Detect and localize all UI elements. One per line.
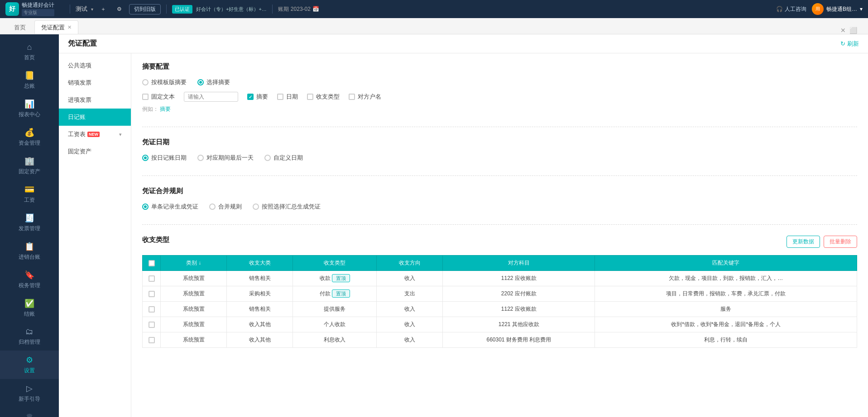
left-nav-journal[interactable]: 日记账 (59, 109, 131, 126)
sidebar-item-home[interactable]: ⌂ 首页 (0, 38, 59, 66)
radio-journal-date[interactable]: 按日记账日期 (142, 154, 187, 162)
checkbox-row-3[interactable] (149, 306, 155, 313)
reports-icon: 📊 (24, 99, 34, 109)
switch-version-button[interactable]: 切到旧版 (129, 4, 161, 14)
radio-summary-generate[interactable]: 按照选择汇总生成凭证 (253, 203, 321, 211)
row-checkbox-5[interactable] (143, 332, 161, 348)
left-nav-fixed-assets[interactable]: 固定资产 (59, 143, 131, 160)
row-keywords-5: 利息，行转，续自 (595, 332, 857, 348)
payee-label: 对方户名 (358, 93, 381, 101)
checkbox-row-5[interactable] (149, 337, 155, 343)
checkbox-expense-type[interactable]: 收支类型 (307, 93, 340, 101)
main-layout: ⌂ 首页 📒 总账 📊 报表中心 💰 资金管理 🏢 固定资产 💳 工资 🧾 发票… (0, 34, 868, 417)
radio-single-label: 单条记录生成凭证 (151, 203, 198, 211)
sidebar-item-member[interactable]: ♕ 畅会员 (0, 408, 59, 417)
override-tag-2[interactable]: 置顶 (332, 289, 350, 298)
batch-delete-button[interactable]: 批量删除 (824, 236, 857, 248)
tab-voucher-config[interactable]: 凭证配置 ✕ (34, 20, 78, 34)
period-value: 2023-02 (291, 6, 311, 12)
refresh-button[interactable]: ↻ 刷新 (840, 40, 859, 48)
left-nav-purchase-invoice[interactable]: 进项发票 (59, 91, 131, 109)
checkbox-fixed-text[interactable]: 固定文本 (142, 93, 175, 101)
checkbox-row-1[interactable] (149, 275, 155, 282)
radio-merge-rule[interactable]: 合并规则 (209, 203, 242, 211)
sidebar-item-purchase[interactable]: 📋 进销台账 (0, 237, 59, 265)
row-sub-type-1: 收款 置顶 (293, 271, 377, 286)
checkbox-row-4[interactable] (149, 322, 155, 328)
row-checkbox-4[interactable] (143, 317, 161, 332)
table-select-all-checkbox[interactable] (149, 260, 155, 266)
page-title: 凭证配置 (68, 39, 97, 48)
sidebar-label-assets: 固定资产 (19, 168, 40, 175)
checkbox-date[interactable]: 日期 (277, 93, 298, 101)
summary-title: 摘要配置 (142, 62, 857, 71)
company-dropdown-icon[interactable]: ▾ (91, 7, 93, 12)
fixed-text-label: 固定文本 (151, 93, 175, 101)
example-label: 例如： (142, 106, 158, 112)
sidebar-item-funds[interactable]: 💰 资金管理 (0, 123, 59, 152)
row-account-5: 660301 财务费用 利息费用 (443, 332, 595, 348)
app-name: 畅捷通好会计 (22, 2, 54, 9)
left-nav-sales-invoice[interactable]: 销项发票 (59, 74, 131, 91)
sidebar-item-settlement[interactable]: ✅ 结账 (0, 294, 59, 322)
expense-title: 收支类型 (142, 236, 169, 244)
left-nav-public[interactable]: 公共选项 (59, 57, 131, 74)
company-name[interactable]: 测试 (76, 5, 87, 13)
checkbox-row-2[interactable] (149, 291, 155, 297)
expense-table: 类别 ↓ 收支大类 收支类型 收支方向 对方科目 匹配关键字 (142, 255, 857, 348)
summary-section: 摘要配置 按模板版摘要 选择摘要 (142, 62, 857, 113)
left-nav-payroll[interactable]: 工资表 NEW ▾ (59, 126, 131, 143)
radio-custom-date[interactable]: 自定义日期 (264, 154, 303, 162)
radio-select-summary[interactable]: 选择摘要 (197, 78, 230, 86)
merge-title: 凭证合并规则 (142, 187, 857, 195)
refresh-label: 刷新 (847, 40, 859, 48)
row-checkbox-3[interactable] (143, 302, 161, 317)
radio-single-record[interactable]: 单条记录生成凭证 (142, 203, 198, 211)
window-maximize-icon[interactable]: ⬜ (849, 27, 857, 34)
sidebar-item-salary[interactable]: 💳 工资 (0, 180, 59, 208)
sidebar-item-settings[interactable]: ⚙ 设置 (0, 351, 59, 379)
logo-icon: 好 (5, 2, 19, 16)
checkbox-payee[interactable]: 对方户名 (349, 93, 381, 101)
service-label: 人工咨询 (785, 5, 806, 13)
calendar-icon[interactable]: 📅 (312, 6, 319, 12)
row-main-type-5: 收入其他 (227, 332, 293, 348)
checkbox-box-fixed (142, 94, 149, 100)
sidebar-item-invoice-mgr[interactable]: 🧾 发票管理 (0, 208, 59, 237)
override-tag-1[interactable]: 置顶 (332, 274, 350, 282)
sidebar-item-tax[interactable]: 🔖 税务管理 (0, 265, 59, 294)
page-header: 凭证配置 ↻ 刷新 (59, 34, 868, 53)
guide-icon: ▷ (26, 384, 33, 393)
close-icon[interactable]: ✕ (67, 24, 72, 30)
row-checkbox-2[interactable] (143, 286, 161, 302)
sidebar-item-guide[interactable]: ▷ 新手引导 (0, 379, 59, 408)
settings-icon-button[interactable]: ⚙ (113, 5, 125, 14)
window-close-icon[interactable]: ✕ (840, 27, 846, 34)
radio-circle-journal (142, 155, 149, 161)
row-checkbox-1[interactable] (143, 271, 161, 286)
radio-circle-period (197, 155, 204, 161)
sidebar-label-settings: 设置 (24, 367, 35, 374)
table-row: 系统预置 销售相关 收款 置顶 收入 1122 应收账款 欠款，现金，项目款，到… (143, 271, 857, 286)
sidebar-item-assets[interactable]: 🏢 固定资产 (0, 152, 59, 180)
sidebar-item-ledger[interactable]: 📒 总账 (0, 66, 59, 95)
row-account-3: 1122 应收账款 (443, 302, 595, 317)
user-menu[interactable]: 用 畅捷通B组… ▾ (812, 3, 863, 15)
fixed-text-input[interactable] (184, 92, 238, 102)
checkbox-summary[interactable]: ✓ 摘要 (247, 93, 268, 101)
tab-home[interactable]: 首页 (7, 20, 33, 34)
sidebar-label-guide: 新手引导 (19, 395, 40, 403)
radio-period-last[interactable]: 对应期间最后一天 (197, 154, 254, 162)
add-button[interactable]: ＋ (97, 4, 110, 14)
header-right-area: 🎧 人工咨询 用 畅捷通B组… ▾ (776, 3, 863, 15)
row-direction-1: 收入 (377, 271, 443, 286)
radio-template-summary[interactable]: 按模板版摘要 (142, 78, 187, 86)
summary-checkbox-group: 固定文本 ✓ 摘要 日期 (142, 92, 857, 102)
update-data-button[interactable]: 更新数据 (786, 236, 820, 248)
sidebar-item-archive[interactable]: 🗂 归档管理 (0, 322, 59, 351)
table-row: 系统预置 收入其他 利息收入 收入 660301 财务费用 利息费用 利息，行转… (143, 332, 857, 348)
sidebar-item-reports[interactable]: 📊 报表中心 (0, 95, 59, 123)
service-button[interactable]: 🎧 人工咨询 (776, 5, 806, 13)
refresh-icon: ↻ (840, 40, 845, 47)
radio-circle-merge (209, 204, 216, 210)
